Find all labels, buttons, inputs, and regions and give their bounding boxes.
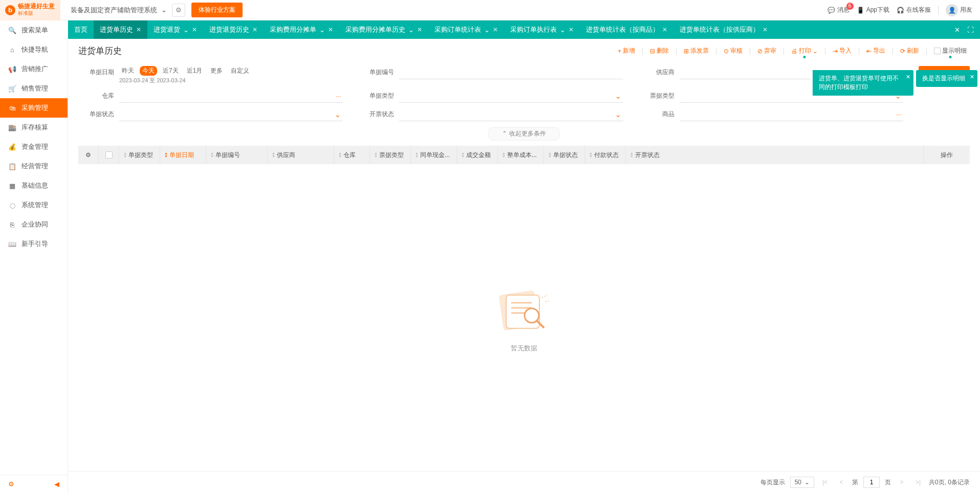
col-doc-type[interactable]: ▲▼单据类型 <box>119 146 160 164</box>
tab-purchase-return[interactable]: 进货退货⌄✕ <box>147 20 203 39</box>
close-icon[interactable]: ✕ <box>569 26 574 33</box>
export-button[interactable]: ⇤导出 <box>863 45 888 57</box>
sidebar-item-purchase[interactable]: 🛍采购管理 <box>0 98 68 118</box>
prev-page-button[interactable]: < <box>836 477 847 488</box>
next-page-button[interactable]: > <box>896 477 907 488</box>
tab-cost-allocation[interactable]: 采购费用分摊单⌄✕ <box>264 20 339 39</box>
delete-button[interactable]: ⊟删除 <box>647 45 672 57</box>
logo-area: b 畅捷通好生意 标准版 <box>0 0 60 20</box>
user-menu[interactable]: 👤 用友 <box>946 4 972 16</box>
col-doc-status[interactable]: ▲▼单据状态 <box>544 146 585 164</box>
sidebar-item-guide[interactable]: 📖新手引导 <box>0 234 68 254</box>
sidebar-item-inventory[interactable]: 🏬库存核算 <box>0 118 68 137</box>
close-icon[interactable]: ✕ <box>970 73 974 81</box>
sidebar-item-marketing[interactable]: 📢营销推广 <box>0 59 68 79</box>
last-page-button[interactable]: >| <box>912 477 924 488</box>
filter-label: 商品 <box>639 108 674 119</box>
import-button[interactable]: ⇥导入 <box>830 45 855 57</box>
chevron-down-icon: ⌄ <box>319 26 325 34</box>
col-cost[interactable]: ▲▼整单成本... <box>498 146 544 164</box>
col-cash[interactable]: ▲▼同单现金... <box>411 146 457 164</box>
tab-stats-product[interactable]: 进货单统计表（按商品）✕ <box>580 20 673 39</box>
col-invoice-status[interactable]: ▲▼开票状态 <box>626 146 924 164</box>
page-size-select[interactable]: 50⌄ <box>790 477 814 488</box>
tab-purchase-history[interactable]: 进货单历史✕ <box>94 20 147 39</box>
col-doc-no[interactable]: ▲▼单据编号 <box>206 146 268 164</box>
tab-home[interactable]: 首页 <box>68 20 94 39</box>
col-deal-amount[interactable]: ▲▼成交金额 <box>457 146 498 164</box>
sidebar-collapse-icon[interactable]: ◀ <box>54 480 59 488</box>
close-icon[interactable]: ✕ <box>252 26 257 33</box>
close-icon[interactable]: ✕ <box>662 26 667 33</box>
sidebar-item-search[interactable]: 🔍搜索菜单 <box>0 20 68 40</box>
date-opt-today[interactable]: 今天 <box>140 66 157 76</box>
sidebar-settings-icon[interactable]: ⚙ <box>8 480 14 488</box>
tab-cost-allocation-history[interactable]: 采购费用分摊单历史⌄✕ <box>339 20 428 39</box>
col-doc-date[interactable]: ▲▼单据日期 <box>160 146 206 164</box>
col-pay-status[interactable]: ▲▼付款状态 <box>585 146 626 164</box>
date-opt-more[interactable]: 更多 <box>208 66 225 76</box>
page-input[interactable] <box>863 477 880 488</box>
audit-button[interactable]: ⊙审核 <box>721 45 746 57</box>
sidebar-item-funds[interactable]: 💰资金管理 <box>0 137 68 156</box>
sidebar-item-collab[interactable]: ⎘企业协同 <box>0 215 68 234</box>
close-icon[interactable]: ✕ <box>328 26 333 33</box>
close-icon[interactable]: ✕ <box>763 26 768 33</box>
select-all-checkbox[interactable] <box>99 146 119 164</box>
sidebar-item-operation[interactable]: 📋经营管理 <box>0 156 68 176</box>
fullscreen-icon[interactable]: ⛶ <box>965 26 976 34</box>
sidebar-item-label: 库存核算 <box>21 123 48 132</box>
abandon-button[interactable]: ⊘弃审 <box>754 45 779 57</box>
refresh-button[interactable]: ⟳刷新 <box>897 45 922 57</box>
warehouse-input[interactable] <box>119 89 343 103</box>
page-prefix: 第 <box>852 478 858 487</box>
close-icon[interactable]: ✕ <box>493 26 498 33</box>
date-opt-custom[interactable]: 自定义 <box>228 66 252 76</box>
export-icon: ⎘ <box>8 220 16 229</box>
system-selector[interactable]: 装备及固定资产辅助管理系统 ⌄ <box>71 6 167 15</box>
collapse-filters-button[interactable]: ⌃ 收起更多条件 <box>488 127 560 141</box>
tab-label: 进货单统计表（按商品） <box>586 25 659 34</box>
sidebar-item-label: 系统管理 <box>21 200 48 210</box>
sidebar-item-quick[interactable]: ⌂快捷导航 <box>0 40 68 59</box>
page-title: 进货单历史 <box>78 45 122 57</box>
date-opt-yesterday[interactable]: 昨天 <box>119 66 137 76</box>
doc-status-select[interactable] <box>119 108 343 121</box>
sidebar-item-basic[interactable]: ▦基础信息 <box>0 176 68 195</box>
date-opt-7days[interactable]: 近7天 <box>160 66 181 76</box>
print-button[interactable]: 🖨打印⌄ <box>788 45 821 57</box>
first-page-button[interactable]: |< <box>819 477 831 488</box>
online-service-button[interactable]: 🎧 在线客服 <box>897 6 931 14</box>
close-icon[interactable]: ✕ <box>906 73 910 81</box>
table-settings-button[interactable]: ⚙ <box>78 146 99 164</box>
app-download-button[interactable]: 📱 App下载 <box>857 6 889 14</box>
sidebar-item-sales[interactable]: 🛒销售管理 <box>0 79 68 98</box>
grid-icon: ▦ <box>8 182 16 190</box>
col-warehouse[interactable]: ▲▼仓库 <box>334 146 370 164</box>
tab-stats-supplier[interactable]: 进货单统计表（按供应商）✕ <box>673 20 774 39</box>
add-button[interactable]: +新增 <box>615 45 638 57</box>
col-invoice-type[interactable]: ▲▼票据类型 <box>370 146 411 164</box>
indicator-dot <box>949 56 952 58</box>
date-opt-1month[interactable]: 近1月 <box>184 66 205 76</box>
sort-icon: ▲▼ <box>461 152 465 158</box>
close-icon[interactable]: ✕ <box>136 26 141 33</box>
close-all-tabs-icon[interactable]: ✕ <box>952 26 962 34</box>
tab-order-stats[interactable]: 采购订单统计表⌄✕ <box>428 20 504 39</box>
trial-button[interactable]: 体验行业方案 <box>191 3 243 17</box>
product-input[interactable] <box>680 108 903 121</box>
close-icon[interactable]: ✕ <box>192 26 197 33</box>
doc-type-select[interactable] <box>399 89 623 103</box>
table-wrap: ⚙ ▲▼单据类型 ▲▼单据日期 ▲▼单据编号 ▲▼供应商 ▲▼仓库 ▲▼票据类型… <box>68 146 980 471</box>
add-invoice-button[interactable]: ⊞添发票 <box>681 45 712 57</box>
doc-no-input[interactable] <box>399 66 623 79</box>
message-button[interactable]: 💬 消息 6 <box>827 6 850 14</box>
close-icon[interactable]: ✕ <box>417 26 422 33</box>
invoice-status-select[interactable] <box>399 108 623 121</box>
show-detail-toggle[interactable]: 显示明细 <box>931 45 970 57</box>
tab-order-exec[interactable]: 采购订单执行表⌄✕ <box>504 20 580 39</box>
tab-purchase-return-history[interactable]: 进货退货历史✕ <box>203 20 264 39</box>
sidebar-item-system[interactable]: ◌系统管理 <box>0 195 68 215</box>
col-supplier[interactable]: ▲▼供应商 <box>268 146 334 164</box>
settings-button[interactable]: ⚙ <box>172 4 185 17</box>
